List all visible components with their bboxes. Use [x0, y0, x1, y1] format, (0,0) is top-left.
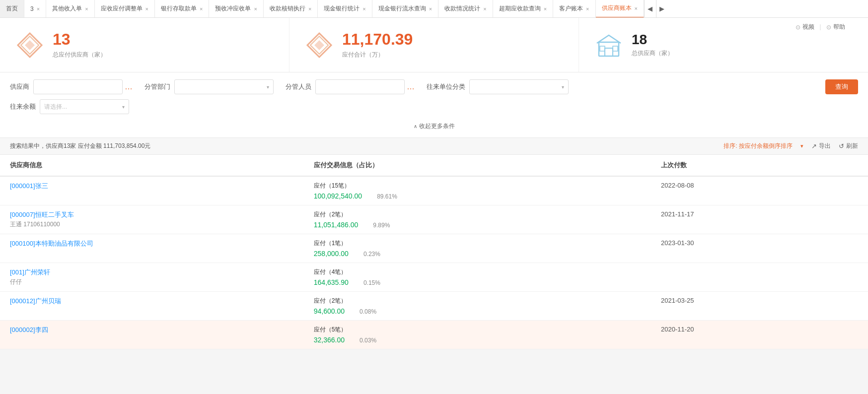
nav-tab-cash-bank-stat[interactable]: 现金银行统计 × — [318, 0, 372, 18]
top-nav: 首页 3 × 其他收入单 × 应收应付调整单 × 银行存取款单 × 预收冲应收单… — [0, 0, 868, 18]
balance-filter-select[interactable]: 请选择... ▾ — [40, 99, 129, 114]
last-payment-cell: 2020-11-20 — [651, 321, 868, 349]
nav-tab-other-income-label: 其他收入单 — [52, 4, 82, 13]
tx-info-cell: 应付（15笔）100,092,540.0089.61% — [304, 176, 651, 205]
last-payment-cell: 2021-11-17 — [651, 205, 868, 234]
nav-tab-prepay-ar-label: 预收冲应收单 — [215, 4, 251, 13]
person-filter-dots[interactable]: … — [407, 82, 415, 91]
nav-tab-receipt-stat-label: 收款情况统计 — [444, 4, 480, 13]
collapse-button[interactable]: ∧ 收起更多条件 — [10, 119, 858, 132]
nav-tab-3[interactable]: 3 × — [24, 0, 46, 18]
last-payment-cell — [651, 263, 868, 292]
tx-info-cell: 应付（2笔）11,051,486.009.89% — [304, 205, 651, 234]
nav-tab-receipt-verify[interactable]: 收款核销执行 × — [264, 0, 318, 18]
chevron-up-icon: ∧ — [414, 124, 417, 129]
tx-percent: 89.61% — [377, 193, 397, 200]
nav-tab-receipt-stat[interactable]: 收款情况统计 × — [438, 0, 493, 18]
col-supplier-info: 供应商信息 — [0, 155, 304, 176]
supplier-sub-info: 王通 17106110000 — [10, 220, 294, 229]
card3-content: 18 总供应商（家） — [632, 32, 673, 58]
table-row: [001]广州荣轩仔仔应付（4笔）164,635.900.15% — [0, 263, 868, 292]
card2-content: 11,170.39 应付合计（万） — [342, 31, 413, 59]
nav-tab-customer-ledger[interactable]: 客户账本 × — [553, 0, 595, 18]
nav-tab-home[interactable]: 首页 — [0, 0, 24, 18]
export-icon: ↗ — [811, 142, 817, 150]
category-filter-select[interactable]: ▾ — [469, 79, 569, 94]
category-filter-label: 往来单位分类 — [427, 82, 465, 91]
svg-marker-2 — [25, 40, 35, 50]
help-link[interactable]: 帮助 — [833, 23, 845, 31]
balance-placeholder: 请选择... — [44, 103, 67, 111]
supplier-link[interactable]: [000012]广州贝瑞 — [10, 297, 61, 305]
summary-card-payable-suppliers: 13 总应付供应商（家） — [0, 18, 289, 72]
person-filter-input[interactable] — [315, 79, 405, 94]
last-payment-cell: 2023-01-30 — [651, 234, 868, 263]
export-button[interactable]: ↗ 导出 — [811, 142, 831, 150]
table-row: [000012]广州贝瑞应付（2笔）94,600.000.08%2021-03-… — [0, 292, 868, 321]
refresh-button[interactable]: ↺ 刷新 — [839, 142, 858, 150]
nav-tab-overdue-ar[interactable]: 超期应收款查询 × — [493, 0, 553, 18]
tx-amount: 32,366.00 — [314, 336, 345, 344]
svg-rect-9 — [613, 46, 618, 51]
result-bar: 搜索结果中，供应商13家 应付金额 111,703,854.00元 排序: 按应… — [0, 138, 868, 155]
sort-select[interactable]: 排序: 按应付余额倒序排序 — [723, 142, 793, 150]
tx-amount: 11,051,486.00 — [314, 221, 359, 229]
tx-percent: 0.08% — [360, 308, 376, 315]
close-icon[interactable]: × — [635, 5, 638, 11]
close-icon[interactable]: × — [586, 6, 589, 12]
tx-info-cell: 应付（5笔）32,366.000.03% — [304, 321, 651, 349]
dept-filter-select[interactable]: ▾ — [174, 79, 274, 94]
close-icon[interactable]: × — [308, 6, 311, 12]
close-icon[interactable]: × — [85, 6, 88, 12]
col-last-payment: 上次付数 — [651, 155, 868, 176]
nav-tab-ar-ap-adjust[interactable]: 应收应付调整单 × — [95, 0, 155, 18]
card1-icon — [15, 30, 45, 60]
card3-number: 18 — [632, 32, 673, 48]
result-text: 搜索结果中，供应商13家 应付金额 111,703,854.00元 — [10, 142, 150, 150]
supplier-sub-info: 仔仔 — [10, 278, 294, 286]
filter-area: 供应商 … 分管部门 ▾ 分管人员 … 往来单位分类 ▾ 查询 — [0, 72, 868, 138]
filter-row-1: 供应商 … 分管部门 ▾ 分管人员 … 往来单位分类 ▾ 查询 — [10, 79, 858, 94]
nav-tab-prepay-ar[interactable]: 预收冲应收单 × — [209, 0, 263, 18]
tx-percent: 0.15% — [363, 279, 380, 286]
nav-tab-cash-bank-flow-label: 现金银行流水查询 — [378, 4, 426, 13]
nav-tab-bank-deposit-label: 银行存取款单 — [161, 4, 197, 13]
close-icon[interactable]: × — [483, 6, 486, 12]
video-link[interactable]: 视频 — [802, 23, 814, 31]
supplier-info-cell: [000012]广州贝瑞 — [0, 292, 304, 321]
nav-tab-bank-deposit[interactable]: 银行存取款单 × — [155, 0, 209, 18]
close-icon[interactable]: × — [37, 6, 40, 12]
supplier-filter-input[interactable] — [33, 79, 123, 94]
close-icon[interactable]: × — [362, 6, 365, 12]
nav-left-arrow[interactable]: ◀ — [644, 0, 656, 18]
close-icon[interactable]: × — [200, 6, 203, 12]
nav-tab-cash-bank-flow[interactable]: 现金银行流水查询 × — [372, 0, 438, 18]
nav-right-arrow[interactable]: ▶ — [656, 0, 668, 18]
top-right-links: ⊙ 视频 ｜ ⊙ 帮助 — [796, 18, 853, 31]
supplier-link[interactable]: [000007]恒旺二手叉车 — [10, 211, 74, 218]
tx-label: 应付（5笔） — [314, 326, 641, 334]
tx-info-cell: 应付（1笔）258,000.000.23% — [304, 234, 651, 263]
sort-chevron-down-icon[interactable]: ▾ — [800, 143, 803, 149]
supplier-filter-dots[interactable]: … — [125, 82, 133, 91]
supplier-link[interactable]: [001]广州荣轩 — [10, 268, 50, 276]
nav-tab-supplier-ledger[interactable]: 供应商账本 × — [596, 0, 644, 18]
tx-label: 应付（1笔） — [314, 239, 641, 248]
nav-tab-customer-ledger-label: 客户账本 — [559, 4, 583, 13]
category-chevron-down-icon: ▾ — [562, 84, 564, 90]
close-icon[interactable]: × — [429, 6, 432, 12]
balance-filter-label: 往来余额 — [10, 102, 36, 111]
filter-supplier: 供应商 … — [10, 79, 133, 94]
filter-category: 往来单位分类 ▾ — [427, 79, 569, 94]
query-button[interactable]: 查询 — [825, 79, 858, 94]
supplier-link[interactable]: [000100]本特勤油品有限公司 — [10, 240, 93, 247]
close-icon[interactable]: × — [145, 6, 148, 12]
supplier-info-cell: [000007]恒旺二手叉车王通 17106110000 — [0, 205, 304, 234]
nav-tab-ar-ap-adjust-label: 应收应付调整单 — [101, 4, 143, 13]
close-icon[interactable]: × — [254, 6, 257, 12]
supplier-link[interactable]: [000001]张三 — [10, 182, 48, 190]
nav-tab-other-income[interactable]: 其他收入单 × — [46, 0, 94, 18]
close-icon[interactable]: × — [544, 6, 547, 12]
col-tx-info: 应付交易信息（占比） — [304, 155, 651, 176]
supplier-link[interactable]: [000002]李四 — [10, 326, 48, 333]
